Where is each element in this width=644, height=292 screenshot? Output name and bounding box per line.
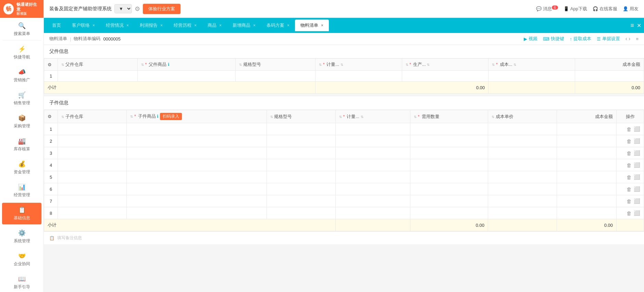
parent-production-1[interactable] [402,71,488,82]
copy-icon-6[interactable]: ⬜ [634,186,640,192]
child-spec-6[interactable] [267,183,335,195]
child-warehouse-6[interactable] [58,183,127,195]
prev-arrow[interactable]: ‹ [626,36,627,42]
copy-icon-2[interactable]: ⬜ [634,138,640,144]
sidebar-item-purchase[interactable]: 📦 采购管理 [2,111,41,132]
child-warehouse-5[interactable] [58,171,127,183]
list-view-icon[interactable]: ≡ [636,36,639,42]
tab-bom-close[interactable]: × [321,23,323,28]
sidebar-item-operations[interactable]: 📊 经营管理 [2,180,41,201]
child-cost-unit-8[interactable] [488,207,557,219]
child-product-5[interactable] [127,171,267,183]
note-placeholder[interactable]: 填写备注信息 [57,235,82,241]
sidebar-item-guide[interactable]: 📖 新手引导 [2,272,41,292]
tab-profit-close[interactable]: × [160,23,163,28]
tab-operations-close[interactable]: × [126,23,129,28]
child-warehouse-2[interactable] [58,135,127,147]
message-btn[interactable]: 💬 消息 6 [536,6,558,12]
child-cost-unit-7[interactable] [488,195,557,207]
tab-barcode[interactable]: 条码方案 × [261,20,295,31]
next-arrow[interactable]: › [629,36,630,42]
copy-icon-8[interactable]: ⬜ [634,210,640,216]
sidebar-item-inventory[interactable]: 🏭 库存核算 [2,134,41,155]
experience-btn[interactable]: 体验行业方案 [143,4,181,14]
child-qty-3[interactable] [410,147,488,159]
tab-bom[interactable]: 物料清单 × [295,20,329,31]
delete-icon-3[interactable]: 🗑 [627,150,632,156]
child-cost-unit-6[interactable] [488,183,557,195]
shortcut-btn[interactable]: ⌨ 快捷键 [543,36,564,42]
child-warehouse-1[interactable] [58,123,127,135]
th-settings-child[interactable]: ⚙ [44,110,58,123]
parent-warehouse-1[interactable] [58,71,138,82]
system-select[interactable]: ▼ [114,4,132,13]
online-service-btn[interactable]: 🎧 在线客服 [593,6,617,12]
sidebar-item-finance[interactable]: 💰 资金管理 [2,157,41,178]
tab-operations[interactable]: 经营情况 × [100,20,134,31]
single-settings-btn[interactable]: ☰ 单据设置 [597,36,620,42]
sidebar-item-enterprise[interactable]: 🤝 企业协同 [2,249,41,270]
close-page-icon[interactable]: ✕ [637,22,641,29]
delete-icon-8[interactable]: 🗑 [627,210,632,216]
child-unit-6[interactable] [335,183,410,195]
close-all-tabs[interactable]: ≡ [630,22,634,29]
child-spec-7[interactable] [267,195,335,207]
app-download-btn[interactable]: 📱 App下载 [564,6,587,12]
tab-home[interactable]: 首页 [47,20,66,31]
delete-icon-5[interactable]: 🗑 [627,174,632,180]
tab-history[interactable]: 经营历程 × [168,20,202,31]
parent-spec-1[interactable] [236,71,315,82]
child-spec-5[interactable] [267,171,335,183]
child-spec-1[interactable] [267,123,335,135]
child-unit-5[interactable] [335,171,410,183]
child-cost-unit-1[interactable] [488,123,557,135]
child-product-4[interactable] [127,159,267,171]
tab-customer-close[interactable]: × [92,23,95,28]
child-qty-6[interactable] [410,183,488,195]
copy-icon-7[interactable]: ⬜ [634,198,640,204]
copy-icon-1[interactable]: ⬜ [634,126,640,132]
child-unit-8[interactable] [335,207,410,219]
tab-history-close[interactable]: × [194,23,197,28]
tab-product-close[interactable]: × [219,23,222,28]
child-qty-8[interactable] [410,207,488,219]
sidebar-item-quick-nav[interactable]: ⚡ 快捷导航 [2,42,41,63]
delete-icon-1[interactable]: 🗑 [627,126,632,132]
child-unit-4[interactable] [335,159,410,171]
child-cost-unit-4[interactable] [488,159,557,171]
copy-icon-5[interactable]: ⬜ [634,174,640,180]
child-spec-2[interactable] [267,135,335,147]
child-spec-3[interactable] [267,147,335,159]
view-btn[interactable]: ▶ 视频 [524,36,537,42]
sidebar-item-marketing[interactable]: 📣 营销推广 [2,65,41,86]
sidebar-item-basic[interactable]: 📋 基础信息 [2,203,41,224]
child-product-1[interactable] [127,123,267,135]
child-qty-5[interactable] [410,171,488,183]
copy-icon-3[interactable]: ⬜ [634,150,640,156]
child-warehouse-7[interactable] [58,195,127,207]
child-warehouse-4[interactable] [58,159,127,171]
child-unit-7[interactable] [335,195,410,207]
user-menu[interactable]: 👤 用友 [623,6,639,12]
parent-unit-1[interactable] [315,71,402,82]
th-settings-parent[interactable]: ⚙ [44,59,58,71]
child-qty-1[interactable] [410,123,488,135]
child-cost-unit-3[interactable] [488,147,557,159]
child-spec-8[interactable] [267,207,335,219]
delete-icon-4[interactable]: 🗑 [627,162,632,168]
sidebar-item-search[interactable]: 🔍 搜索菜单 [2,19,41,40]
extract-cost-btn[interactable]: ↑ 提取成本 [570,36,591,42]
copy-icon-4[interactable]: ⬜ [634,162,640,168]
child-unit-3[interactable] [335,147,410,159]
child-product-8[interactable] [127,207,267,219]
tab-new-product[interactable]: 新增商品 × [227,20,261,31]
delete-icon-2[interactable]: 🗑 [627,138,632,144]
child-cost-unit-5[interactable] [488,171,557,183]
delete-icon-7[interactable]: 🗑 [627,198,632,204]
tab-customer[interactable]: 客户联络 × [66,20,100,31]
sidebar-item-sales[interactable]: 🛒 销售管理 [2,88,41,109]
delete-icon-6[interactable]: 🗑 [627,186,632,192]
child-warehouse-8[interactable] [58,207,127,219]
child-product-7[interactable] [127,195,267,207]
tab-barcode-close[interactable]: × [287,23,289,28]
